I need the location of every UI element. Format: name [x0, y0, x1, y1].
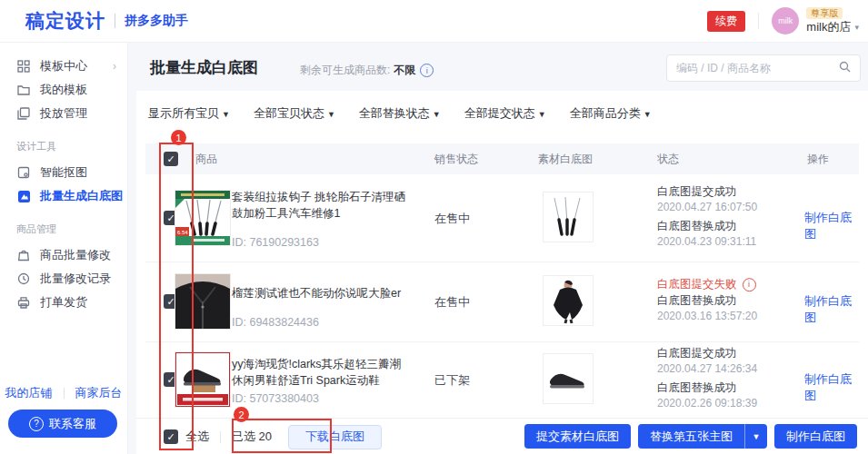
sidebar-item-label: 商品批量修改 [40, 247, 111, 263]
select-all-checkbox-bottom[interactable]: ✓ [164, 429, 178, 444]
product-id: ID: 76190293163 [232, 236, 319, 249]
sidebar-item-delivery-management[interactable]: 投放管理 [0, 102, 127, 125]
status-time: 2020.04.27 14:26:34 [657, 362, 757, 378]
sidebar-item-template-center[interactable]: 模板中心 › [0, 54, 127, 78]
select-all-checkbox[interactable]: ✓ [164, 152, 178, 166]
filter-show-all[interactable]: 显示所有宝贝▼ [148, 105, 230, 122]
cutout-icon [16, 165, 31, 180]
filter-submit-status[interactable]: 全部提交状态▼ [464, 105, 546, 122]
annotation-step-2: 2 [234, 407, 249, 422]
filter-category[interactable]: 全部商品分类▼ [570, 105, 652, 122]
column-product: 商品 [195, 152, 217, 167]
submit-material-button[interactable]: 提交素材白底图 [524, 424, 631, 449]
column-sale-status: 销售状态 [434, 152, 478, 167]
filter-bar: 显示所有宝贝▼ 全部宝贝状态▼ 全部替换状态▼ 全部提交状态▼ 全部商品分类▼ [148, 102, 652, 125]
brand-logo: 稿定设计 [25, 8, 105, 34]
my-shop-link[interactable]: 我的店铺 [5, 385, 53, 401]
quota-value: 不限 [394, 63, 415, 78]
product-title[interactable]: 套装组拉拔钩子 挑轮胎石子清理硒鼓加粉工具汽车维修1 [232, 189, 406, 222]
make-whitebg-link[interactable]: 制作白底图 [804, 210, 859, 242]
sidebar-item-batch-whitebg[interactable]: 批量生成白底图 [0, 184, 127, 208]
material-image [543, 353, 594, 404]
chevron-right-icon: › [113, 60, 116, 73]
make-whitebg-link[interactable]: 制作白底图 [804, 371, 859, 404]
status-line: 白底图替换成功 [657, 380, 757, 396]
store-block: 尊享版 milk的店 ▾ [806, 7, 859, 34]
sidebar-item-print-ship[interactable]: 打单发货 [0, 291, 127, 314]
download-whitebg-button[interactable]: 下载白底图 [288, 425, 382, 449]
sidebar-item-batch-edit[interactable]: 商品批量修改 [0, 243, 127, 267]
contact-support-button[interactable]: ? 联系客服 [8, 410, 117, 438]
column-action: 操作 [807, 152, 829, 167]
renew-button[interactable]: 续费 [707, 11, 745, 32]
clock-icon [16, 271, 31, 286]
status-line: 白底图提交成功 [657, 345, 757, 361]
svg-text:6.54: 6.54 [177, 230, 188, 235]
product-image: 6.54 [175, 190, 231, 246]
material-image [543, 275, 594, 326]
bar-divider [220, 431, 221, 443]
product-id: ID: 69483824436 [232, 316, 319, 329]
sidebar-item-label: 批量修改记录 [40, 271, 111, 287]
product-title[interactable]: 榴莲测试谁也不能动你说呢大脸er [232, 285, 406, 301]
status-cell: 白底图提交成功 2020.04.27 14:26:34 白底图替换成功 2020… [657, 345, 757, 413]
sidebar-item-label: 我的模板 [40, 82, 87, 98]
search-icon[interactable] [839, 60, 851, 76]
store-name: milk的店 [806, 21, 851, 34]
sidebar-section-design-tools: 设计工具 [0, 140, 127, 153]
bag-icon [16, 248, 31, 262]
status-time: 2020.02.26 09:18:39 [657, 396, 757, 411]
question-icon: ? [29, 417, 44, 431]
replace-main-image-button[interactable]: 替换第五张主图 [638, 424, 744, 449]
bottom-action-bar: ✓ 全选 已选 20 下载白底图 提交素材白底图 替换第五张主图 ▼ 制作白底图 [136, 418, 868, 454]
fail-info-icon[interactable]: i [743, 278, 756, 291]
top-bar: 稿定设计 拼多多助手 续费 milk 尊享版 milk的店 ▾ [0, 0, 868, 43]
merchant-backend-link[interactable]: 商家后台 [75, 385, 123, 401]
sidebar-item-edit-history[interactable]: 批量修改记录 [0, 267, 127, 291]
chevron-down-icon: ▼ [538, 110, 546, 119]
copy-icon [16, 106, 31, 121]
sale-status: 已下架 [434, 372, 470, 389]
table-row: ✓ 榴莲测试谁也不能动你说呢大脸er ID: 69483824436 在售中 [145, 262, 859, 342]
info-icon[interactable]: i [420, 64, 434, 77]
search-input[interactable] [667, 62, 839, 74]
sidebar-item-label: 批量生成白底图 [40, 188, 123, 204]
status-line: 白底图替换成功 [657, 292, 757, 309]
app-name: 拼多多助手 [125, 13, 188, 29]
sidebar-item-smart-cutout[interactable]: 智能抠图 [0, 161, 127, 184]
logo-divider [115, 14, 115, 28]
contact-support-label: 联系客服 [49, 416, 96, 432]
avatar[interactable]: milk [772, 7, 799, 35]
filter-goods-status[interactable]: 全部宝贝状态▼ [254, 105, 335, 122]
app-window: 稿定设计 拼多多助手 续费 milk 尊享版 milk的店 ▾ 模板中心 › [0, 0, 868, 454]
material-image [543, 192, 594, 242]
make-whitebg-button[interactable]: 制作白底图 [774, 424, 857, 449]
folder-icon [16, 83, 31, 97]
sidebar-item-label: 打单发货 [40, 294, 87, 311]
chevron-down-icon: ▾ [854, 24, 859, 33]
sidebar-item-my-templates[interactable]: 我的模板 [0, 78, 127, 102]
chevron-down-icon[interactable]: ▼ [744, 424, 767, 449]
header-divider [758, 13, 759, 29]
table-header: ✓ 商品 销售状态 素材白底图 状态 操作 [145, 143, 859, 174]
quota-label: 剩余可生成商品数: [300, 63, 390, 78]
grid-icon [16, 59, 31, 74]
status-time: 2020.04.23 09:31:11 [657, 234, 757, 250]
filter-replace-status[interactable]: 全部替换状态▼ [359, 105, 441, 122]
column-status: 状态 [657, 152, 679, 167]
product-title[interactable]: yy海淘现货!clarks其乐超轻三瓣潮休闲男鞋舒适Tri Spark运动鞋 [232, 356, 406, 389]
status-cell: 白底图提交成功 2020.04.27 16:07:50 白底图替换成功 2020… [657, 183, 757, 252]
store-row[interactable]: milk的店 ▾ [806, 21, 859, 34]
column-material-whitebg: 素材白底图 [538, 152, 593, 167]
make-whitebg-link[interactable]: 制作白底图 [804, 293, 859, 326]
sale-status: 在售中 [434, 211, 470, 227]
replace-main-image-split-button: 替换第五张主图 ▼ [638, 424, 767, 449]
chevron-down-icon: ▼ [222, 110, 230, 119]
status-time: 2020.03.16 13:57:20 [657, 309, 757, 324]
quota-info: 剩余可生成商品数: 不限 i [300, 63, 434, 78]
select-all-label[interactable]: 全选 [185, 429, 209, 445]
product-id: ID: 57073380403 [232, 392, 319, 405]
sidebar: 模板中心 › 我的模板 投放管理 设计工具 智能抠图 批量生成白 [0, 42, 128, 454]
plan-badge: 尊享版 [806, 7, 843, 19]
status-time: 2020.04.27 16:07:50 [657, 201, 757, 216]
